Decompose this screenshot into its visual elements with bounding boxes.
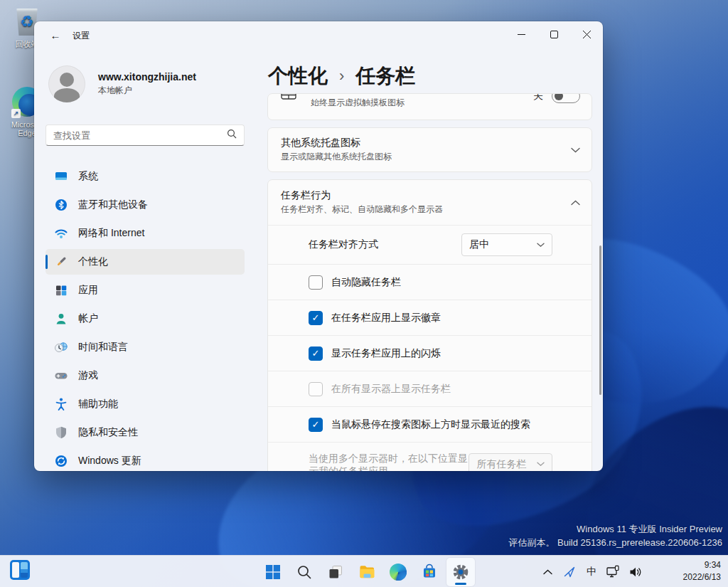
avatar xyxy=(48,65,85,102)
edge-taskbar-button[interactable] xyxy=(384,558,412,586)
edge-icon xyxy=(390,564,407,581)
location-arrow-icon[interactable] xyxy=(561,564,578,581)
store-icon xyxy=(421,564,438,581)
recent-searches-checkbox[interactable]: ✓ xyxy=(309,418,323,432)
widgets-icon[interactable] xyxy=(10,560,30,580)
accounts-icon xyxy=(54,312,68,326)
checkbox-label: 自动隐藏任务栏 xyxy=(331,276,401,289)
window-title: 设置 xyxy=(73,30,90,42)
task-view-icon xyxy=(327,564,344,581)
insider-watermark: Windows 11 专业版 Insider Preview 评估副本。 Bui… xyxy=(508,522,722,549)
all-displays-checkbox xyxy=(309,382,323,396)
taskbar-behaviors-header[interactable]: 任务栏行为 任务栏对齐、标记、自动隐藏和多个显示器 xyxy=(268,180,592,225)
settings-window: ← 设置 www.xitongzhijia.net 本地帐户 xyxy=(34,21,603,471)
touchpad-icon xyxy=(281,93,298,104)
ime-indicator[interactable]: 中 xyxy=(583,564,600,581)
sidebar-item-label: 系统 xyxy=(78,170,98,183)
task-view-button[interactable] xyxy=(321,558,350,586)
sidebar-item-personalization[interactable]: 个性化 xyxy=(46,249,245,275)
auto-hide-checkbox[interactable] xyxy=(309,275,323,290)
auto-hide-taskbar-row: 自动隐藏任务栏 xyxy=(268,264,592,300)
breadcrumb-parent[interactable]: 个性化 xyxy=(268,63,328,90)
breadcrumb: 个性化 › 任务栏 xyxy=(268,63,415,90)
shield-icon xyxy=(54,425,68,440)
settings-search[interactable] xyxy=(46,125,245,146)
show-badges-row: ✓ 在任务栏应用上显示徽章 xyxy=(268,300,592,335)
sidebar-item-accounts[interactable]: 帐户 xyxy=(46,306,245,332)
sidebar-item-windows-update[interactable]: Windows 更新 xyxy=(46,448,245,471)
sidebar-item-bluetooth-devices[interactable]: 蓝牙和其他设备 xyxy=(46,192,245,218)
sidebar-item-label: Windows 更新 xyxy=(78,455,141,467)
scrollbar[interactable] xyxy=(599,245,601,395)
setting-subtitle: 始终显示虚拟触摸板图标 xyxy=(311,97,533,109)
other-tray-icons-card[interactable]: 其他系统托盘图标 显示或隐藏其他系统托盘图标 xyxy=(267,127,592,172)
sidebar-item-system[interactable]: 系统 xyxy=(46,164,245,189)
system-tray: 中 xyxy=(539,556,644,587)
tray-chevron-up-icon[interactable] xyxy=(539,564,556,581)
sidebar-item-gaming[interactable]: 游戏 xyxy=(46,363,245,388)
watermark-line2: 评估副本。 Build 25136.rs_prerelease.220606-1… xyxy=(508,536,722,549)
sidebar-item-apps[interactable]: 应用 xyxy=(46,277,245,303)
personalization-icon xyxy=(54,255,68,269)
multi-display-dropdown: 所有任务栏 xyxy=(469,453,552,472)
file-explorer-icon xyxy=(358,563,376,581)
search-icon xyxy=(227,129,237,142)
network-icon[interactable] xyxy=(605,564,622,581)
clock-time: 9:34 xyxy=(683,559,721,571)
recent-searches-row: ✓ 当鼠标悬停在搜索图标上方时显示最近的搜索 xyxy=(268,406,592,442)
page-title: 任务栏 xyxy=(355,63,415,90)
checkbox-label: 显示任务栏应用上的闪烁 xyxy=(331,347,441,360)
microsoft-store-button[interactable] xyxy=(415,558,444,586)
taskbar-clock[interactable]: 9:34 2022/6/13 xyxy=(683,559,721,583)
sidebar-item-accessibility[interactable]: 辅助功能 xyxy=(46,391,245,417)
settings-taskbar-button[interactable] xyxy=(446,558,475,586)
windows-update-icon xyxy=(54,454,68,468)
all-displays-row: 在所有显示器上显示任务栏 xyxy=(268,371,592,406)
wifi-icon xyxy=(54,226,68,240)
back-button[interactable]: ← xyxy=(44,28,67,43)
chevron-up-icon[interactable] xyxy=(571,200,580,206)
checkbox-label: 在任务栏应用上显示徽章 xyxy=(331,312,441,324)
system-icon xyxy=(54,169,68,184)
search-input[interactable] xyxy=(53,130,227,141)
search-taskbar-button[interactable] xyxy=(290,558,318,586)
settings-main-pane: 个性化 › 任务栏 虚拟触摸板 始终显示虚拟触摸板图标 xyxy=(267,21,603,471)
sidebar-item-label: 游戏 xyxy=(78,369,98,382)
sidebar-item-network-internet[interactable]: 网络和 Internet xyxy=(46,221,245,246)
taskbar-alignment-row: 任务栏对齐方式 居中 xyxy=(268,225,592,264)
taskbar-behaviors-card: 任务栏行为 任务栏对齐、标记、自动隐藏和多个显示器 任务栏对齐方式 居中 xyxy=(267,179,592,471)
show-flashing-checkbox[interactable]: ✓ xyxy=(309,347,323,361)
shortcut-arrow-icon: ↗ xyxy=(11,109,21,118)
taskbar-alignment-dropdown[interactable]: 居中 xyxy=(461,233,552,256)
toggle-state-label: 关 xyxy=(533,93,543,102)
bluetooth-icon xyxy=(54,198,68,212)
sidebar-item-label: 辅助功能 xyxy=(78,398,118,411)
breadcrumb-separator: › xyxy=(339,67,344,85)
sidebar-item-label: 个性化 xyxy=(78,255,108,268)
volume-icon[interactable] xyxy=(627,564,644,581)
settings-content: 虚拟触摸板 始终显示虚拟触摸板图标 关 其他系统托盘图标 xyxy=(267,93,592,471)
chevron-down-icon[interactable] xyxy=(571,147,580,153)
show-badges-checkbox[interactable]: ✓ xyxy=(309,311,323,325)
start-button[interactable] xyxy=(259,558,287,586)
sidebar-item-time-language[interactable]: 时间和语言 xyxy=(46,334,245,360)
sidebar-item-label: 应用 xyxy=(78,284,98,297)
sidebar-item-label: 时间和语言 xyxy=(78,341,128,354)
setting-title: 其他系统托盘图标 xyxy=(281,137,571,149)
apps-icon xyxy=(54,283,68,297)
settings-sidebar: 系统 蓝牙和其他设备 网络和 Internet 个性化 应用 帐户 xyxy=(46,164,245,471)
checkbox-label: 在所有显示器上显示任务栏 xyxy=(331,383,451,396)
setting-subtitle: 任务栏对齐、标记、自动隐藏和多个显示器 xyxy=(281,203,571,216)
sidebar-item-label: 帐户 xyxy=(78,312,98,325)
taskbar-center-icons xyxy=(257,556,476,587)
file-explorer-button[interactable] xyxy=(353,558,381,586)
setting-title: 任务栏行为 xyxy=(281,189,571,202)
chevron-down-icon xyxy=(537,243,545,248)
sidebar-item-label: 隐私和安全性 xyxy=(78,426,138,439)
virtual-touchpad-toggle[interactable] xyxy=(552,93,580,103)
checkbox-label: 当鼠标悬停在搜索图标上方时显示最近的搜索 xyxy=(331,418,530,431)
show-flashing-row: ✓ 显示任务栏应用上的闪烁 xyxy=(268,335,592,371)
windows-logo-icon xyxy=(265,564,281,580)
sidebar-item-privacy-security[interactable]: 隐私和安全性 xyxy=(46,420,245,445)
user-profile[interactable]: www.xitongzhijia.net 本地帐户 xyxy=(48,65,196,102)
